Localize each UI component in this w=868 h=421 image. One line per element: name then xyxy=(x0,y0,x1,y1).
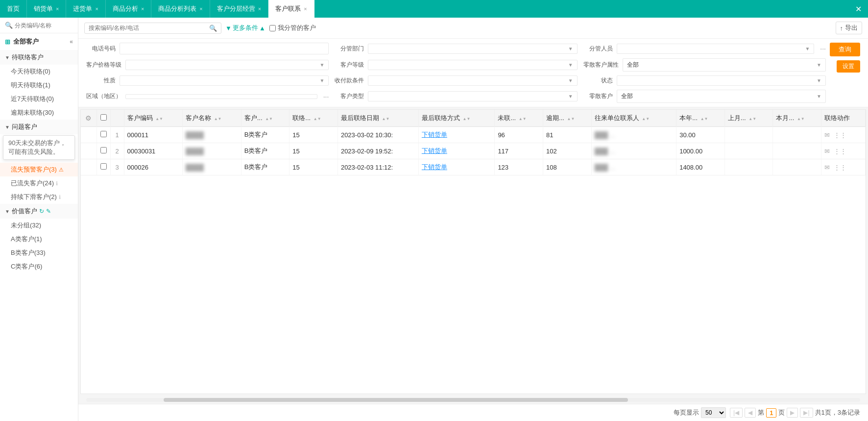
row-action-contact-0[interactable]: ✉ xyxy=(824,131,830,139)
sort-contact[interactable]: ▲▼ xyxy=(313,117,321,121)
scatter-attr-select[interactable]: 全部 ▼ xyxy=(623,58,826,72)
nature-select[interactable]: ▼ xyxy=(120,75,329,86)
row-last-method-0[interactable]: 下销货单 xyxy=(418,127,495,143)
export-button[interactable]: ↑ 导出 xyxy=(836,22,863,34)
sort-no-contact[interactable]: ▲▼ xyxy=(519,117,527,121)
scatter-select[interactable]: 全部 ▼ xyxy=(617,90,826,103)
scatter-label: 零散客户 xyxy=(583,92,613,100)
tab-customer-contact[interactable]: 客户联系 × xyxy=(268,0,314,18)
sidebar-group-problem: ▼ 问题客户 90天未交易的客户，可能有流失风险。 流失预警客户(3) ⚠ 已流… xyxy=(0,120,78,204)
row-check-0[interactable] xyxy=(100,131,107,137)
sidebar-item-c-class[interactable]: C类客户(6) xyxy=(0,260,78,273)
payment-select[interactable]: ▼ xyxy=(368,75,577,86)
tab-home[interactable]: 首页 xyxy=(0,0,27,18)
scatter-caret: ▼ xyxy=(817,94,821,99)
sidebar-group-problem-title[interactable]: ▼ 问题客户 xyxy=(0,120,78,134)
price-tier-select[interactable]: ▼ xyxy=(125,60,329,70)
customer-type-select[interactable]: ▼ xyxy=(368,91,577,101)
region-select[interactable] xyxy=(125,94,317,99)
sort-overdue[interactable]: ▲▼ xyxy=(567,117,575,121)
tab-analysis[interactable]: 商品分析 × xyxy=(106,0,151,18)
manager-more[interactable]: ··· xyxy=(820,45,826,52)
sidebar-item-b-class[interactable]: B类客户(33) xyxy=(0,246,78,260)
window-close-button[interactable]: ✕ xyxy=(848,0,868,18)
dept-select[interactable]: ▼ xyxy=(368,44,577,54)
sidebar-group-value-title[interactable]: ▼ 价值客户 ↻ ✎ xyxy=(0,204,78,219)
first-page-button[interactable]: |◀ xyxy=(730,408,743,418)
dept-label: 分管部门 xyxy=(335,45,364,53)
row-unit-contact-0: ███ ... xyxy=(591,127,676,143)
sidebar-item-ungrouped[interactable]: 未分组(32) xyxy=(0,219,78,232)
row-unit-contact-1: ███ ... xyxy=(591,143,676,159)
sort-last-method[interactable]: ▲▼ xyxy=(462,117,470,121)
sidebar-root[interactable]: ⊞ 全部客户 « xyxy=(0,33,78,50)
per-page-select[interactable]: 50 100 200 xyxy=(701,407,726,418)
filter-search-button[interactable]: 🔍 xyxy=(209,25,217,32)
my-customers-check[interactable] xyxy=(269,25,276,31)
row-check-2[interactable] xyxy=(100,163,107,170)
row-action-more-0[interactable]: ⋮⋮ xyxy=(834,131,846,139)
sidebar-item-churned[interactable]: 已流失客户(24) ℹ xyxy=(0,176,78,190)
sort-type[interactable]: ▲▼ xyxy=(265,117,273,121)
row-action-more-2[interactable]: ⋮⋮ xyxy=(834,164,846,171)
sidebar-item-today[interactable]: 今天待联络(0) xyxy=(0,65,78,78)
refresh-icon[interactable]: ↻ xyxy=(39,208,44,215)
edit-icon[interactable]: ✎ xyxy=(46,208,51,215)
phone-input[interactable] xyxy=(120,43,329,54)
payment-caret: ▼ xyxy=(568,78,573,83)
tab-sales-close[interactable]: × xyxy=(56,6,59,12)
settings-button[interactable]: 设置 xyxy=(837,60,860,73)
scrollbar-thumb[interactable] xyxy=(164,398,628,402)
row-last-method-2[interactable]: 下销货单 xyxy=(418,159,495,175)
sort-this-month[interactable]: ▲▼ xyxy=(797,117,805,121)
filter-search-input[interactable] xyxy=(89,25,209,31)
sort-code[interactable]: ▲▼ xyxy=(155,117,163,121)
sort-name[interactable]: ▲▼ xyxy=(214,117,222,121)
query-button[interactable]: 查询 xyxy=(830,43,860,56)
row-action-contact-2[interactable]: ✉ xyxy=(824,164,830,171)
select-all-checkbox[interactable] xyxy=(100,114,107,121)
page-navigation: |◀ ◀ 第 1 页 ▶ ▶| 共1页，3条记录 xyxy=(730,408,860,418)
region-more[interactable]: ··· xyxy=(323,93,329,100)
arrow-icon: ▼ xyxy=(5,55,10,60)
my-customers-checkbox[interactable]: 我分管的客户 xyxy=(269,24,316,32)
tab-analysis-list-close[interactable]: × xyxy=(199,6,202,12)
next-page-button[interactable]: ▶ xyxy=(787,408,798,418)
table-header-row: ⚙ 客户编码 ▲▼ 客户名称 ▲▼ xyxy=(81,110,866,127)
tab-customer-tier-close[interactable]: × xyxy=(258,6,261,12)
sort-unit-contact[interactable]: ▲▼ xyxy=(642,117,650,121)
sidebar-item-tomorrow[interactable]: 明天待联络(1) xyxy=(0,78,78,92)
tab-analysis-close[interactable]: × xyxy=(141,6,144,12)
sidebar-search-input[interactable] xyxy=(15,22,78,29)
tab-sales[interactable]: 销货单 × xyxy=(27,0,66,18)
row-action-more-1[interactable]: ⋮⋮ xyxy=(834,148,846,155)
table-settings-icon[interactable]: ⚙ xyxy=(85,114,92,122)
sidebar-collapse[interactable]: « xyxy=(70,38,73,45)
sidebar-item-churn-warning[interactable]: 流失预警客户(3) ⚠ xyxy=(0,163,78,176)
customer-tier-select[interactable]: ▼ xyxy=(368,60,577,70)
more-conditions-button[interactable]: ▼ 更多条件 ▲ xyxy=(225,24,265,32)
manager-select[interactable]: ▼ xyxy=(617,44,815,54)
tab-customer-tier[interactable]: 客户分层经营 × xyxy=(210,0,268,18)
sort-last-month[interactable]: ▲▼ xyxy=(748,117,756,121)
horizontal-scrollbar[interactable] xyxy=(86,398,860,402)
tab-purchase[interactable]: 进货单 × xyxy=(66,0,105,18)
filter-field-scatter-attr: 零散客户属性 全部 ▼ xyxy=(583,58,826,72)
status-select[interactable]: ▼ xyxy=(617,75,826,86)
sort-last-date[interactable]: ▲▼ xyxy=(382,117,390,121)
th-no-contact: 未联... ▲▼ xyxy=(495,110,543,127)
tab-analysis-list[interactable]: 商品分析列表 × xyxy=(151,0,210,18)
sidebar-group-pending-title[interactable]: ▼ 待联络客户 xyxy=(0,50,78,65)
sidebar-item-overdue[interactable]: 逾期未联络(30) xyxy=(0,106,78,120)
last-page-button[interactable]: ▶| xyxy=(800,408,813,418)
sort-this-year[interactable]: ▲▼ xyxy=(700,117,708,121)
prev-page-button[interactable]: ◀ xyxy=(745,408,756,418)
row-check-1[interactable] xyxy=(100,147,107,153)
sidebar-item-declining[interactable]: 持续下滑客户(2) ℹ xyxy=(0,190,78,204)
sidebar-item-7days[interactable]: 近7天待联络(0) xyxy=(0,92,78,106)
tab-purchase-close[interactable]: × xyxy=(95,6,98,12)
tab-customer-contact-close[interactable]: × xyxy=(304,6,307,12)
row-action-contact-1[interactable]: ✉ xyxy=(824,148,830,155)
row-last-method-1[interactable]: 下销货单 xyxy=(418,143,495,159)
sidebar-item-a-class[interactable]: A类客户(1) xyxy=(0,232,78,246)
